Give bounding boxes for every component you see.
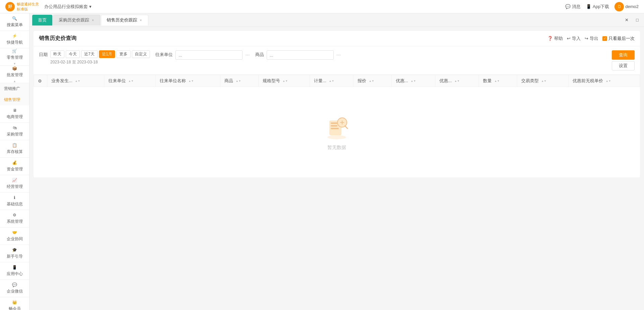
th-unit[interactable]: 计量... ▲▼ <box>310 75 354 87</box>
th-partner-code[interactable]: 往来单位 ▲▼ <box>104 75 155 87</box>
partner-label: 往来单位 <box>155 50 173 58</box>
tab-bar-actions: ✕ □ <box>623 16 641 24</box>
only-last-checkbox-label[interactable]: ✓ 只看最后一次 <box>602 36 635 42</box>
help-btn[interactable]: ❓ 帮助 <box>547 36 563 42</box>
sidebar-item-quick-nav[interactable]: ⚡ 快捷导航 <box>0 31 29 48</box>
tab-purchase-history-close[interactable]: × <box>91 18 95 23</box>
logo-text: 畅捷通好生意 标准版 <box>17 2 39 11</box>
goods-label: 商品 <box>255 50 264 58</box>
table-header-row: ⚙ 业务发生... ▲▼ 往来单位 ▲▼ <box>34 75 640 87</box>
sort-icon-biz-date: ▲▼ <box>75 80 80 83</box>
ops-icon: 📈 <box>12 178 17 183</box>
date-btn-1month[interactable]: 近1月 <box>99 50 115 58</box>
tab-home[interactable]: 首页 <box>32 15 52 25</box>
partner-more-icon[interactable]: ··· <box>245 52 250 58</box>
date-filter-group: 日期 昨天 今天 近7天 近1月 更多 自定义 2023-02-18 至 202… <box>39 50 150 65</box>
expand-icon: ▾ <box>14 62 15 65</box>
gear-icon[interactable]: ⚙ <box>38 79 42 84</box>
svg-rect-4 <box>331 128 339 129</box>
window-close-btn[interactable]: ✕ <box>623 16 631 24</box>
th-qty[interactable]: 数量 ▲▼ <box>479 75 517 87</box>
export-btn[interactable]: ↪ 导出 <box>585 36 598 42</box>
retail-icon: 🛒 <box>12 49 17 53</box>
sidebar-item-enterprise-agreement[interactable]: 🤝 企业协同 <box>0 227 29 245</box>
partner-input-group: ··· <box>175 50 250 60</box>
sidebar-item-purchase-mgmt[interactable]: 🛍 采购管理 <box>0 123 29 140</box>
goods-more-icon[interactable]: ··· <box>336 52 341 58</box>
wechat-icon: 💬 <box>12 282 17 287</box>
th-trade-type[interactable]: 交易类型 ▲▼ <box>517 75 568 87</box>
sort-icon-goods: ▲▼ <box>236 80 241 83</box>
sidebar-item-system-mgmt[interactable]: ⚙ 系统管理 <box>0 210 29 227</box>
th-goods[interactable]: 商品 ▲▼ <box>220 75 259 87</box>
header-right: 💬 消息 📱 App下载 D demo2 <box>565 2 639 11</box>
th-discount1[interactable]: 优惠... ▲▼ <box>391 75 435 87</box>
search-icon: 🔍 <box>12 16 17 21</box>
th-quote[interactable]: 报价 ▲▼ <box>354 75 392 87</box>
app-selector[interactable]: 办公用品行业模拟账套 ▾ <box>42 2 94 11</box>
settings-button[interactable]: 设置 <box>612 61 635 70</box>
chevron-down-icon: ▾ <box>89 4 92 9</box>
tab-sales-history-close[interactable]: × <box>139 18 143 23</box>
svg-line-8 <box>345 126 347 128</box>
date-btn-custom[interactable]: 自定义 <box>132 50 150 58</box>
date-btn-row: 昨天 今天 近7天 近1月 更多 自定义 <box>50 50 150 58</box>
sidebar-item-wholesale-mgmt[interactable]: 📦 批发管理 ▴ <box>0 66 29 83</box>
basic-info-icon: ℹ <box>14 195 15 200</box>
sidebar-item-search-menu[interactable]: 🔍 搜索菜单 <box>0 13 29 31</box>
date-btn-more[interactable]: 更多 <box>116 50 130 58</box>
th-biz-date[interactable]: 业务发生... ▲▼ <box>47 75 104 87</box>
sidebar-item-basic-info[interactable]: ℹ 基础信息 <box>0 193 29 210</box>
guide-icon: 🎓 <box>12 248 17 252</box>
import-icon: ↩ <box>567 36 571 41</box>
sort-icon-unit: ▲▼ <box>329 80 334 83</box>
empty-illustration <box>323 114 350 141</box>
sidebar-item-inventory[interactable]: 📋 库存核算 <box>0 140 29 158</box>
sidebar-item-enterprise-wechat[interactable]: 💬 企业微信 <box>0 280 29 297</box>
svg-rect-3 <box>331 125 337 126</box>
query-button[interactable]: 查询 <box>612 50 635 60</box>
date-label: 日期 <box>39 50 48 58</box>
sort-icon-spec: ▲▼ <box>282 80 288 83</box>
sidebar-item-retail-mgmt[interactable]: 🛒 零售管理 ▾ <box>0 48 29 66</box>
avatar: D <box>614 2 624 11</box>
tab-sales-history[interactable]: 销售历史价跟踪 × <box>101 15 148 25</box>
sidebar-item-app-center[interactable]: 📱 应用中心 <box>0 262 29 280</box>
import-btn[interactable]: ↩ 导入 <box>567 36 581 42</box>
sidebar-item-finance-mgmt[interactable]: 💰 资金管理 <box>0 158 29 175</box>
user-profile-btn[interactable]: D demo2 <box>614 2 639 11</box>
partner-input[interactable] <box>175 50 243 60</box>
th-partner-name[interactable]: 往来单位名称 ▲▼ <box>156 75 220 87</box>
date-btn-today[interactable]: 今天 <box>66 50 80 58</box>
tab-bar: 首页 采购历史价跟踪 × 销售历史价跟踪 × ✕ □ <box>30 13 644 27</box>
th-settings: ⚙ <box>34 75 47 87</box>
sidebar-item-member[interactable]: 👑 畅会员 <box>0 297 29 310</box>
sidebar-item-ecommerce-mgmt[interactable]: 🖥 电商管理 <box>0 105 29 123</box>
page-content: 销售历史价查询 ❓ 帮助 ↩ 导入 ↪ 导出 <box>30 27 644 310</box>
sidebar-sub-item-sales-mgmt[interactable]: 销售管理 <box>0 94 29 105</box>
sidebar-sub-item-marketing[interactable]: 营销推广 <box>0 83 29 94</box>
empty-state: 暂无数据 <box>34 87 640 177</box>
th-discount2[interactable]: 优惠... ▲▼ <box>435 75 479 87</box>
goods-input[interactable] <box>267 50 334 60</box>
date-btn-7days[interactable]: 近7天 <box>81 50 98 58</box>
page-header: 销售历史价查询 ❓ 帮助 ↩ 导入 ↪ 导出 <box>34 31 640 46</box>
inventory-icon: 📋 <box>12 143 17 148</box>
logo-area: 好 畅捷通好生意 标准版 <box>5 2 39 11</box>
date-btn-yesterday[interactable]: 昨天 <box>50 50 64 58</box>
sidebar-item-new-guide[interactable]: 🎓 新手引导 <box>0 245 29 262</box>
window-max-btn[interactable]: □ <box>633 16 641 24</box>
th-spec[interactable]: 规格型号 ▲▼ <box>258 75 310 87</box>
th-pretax-price[interactable]: 优惠前无税单价 ▲▼ <box>569 75 640 87</box>
filter-area: 日期 昨天 今天 近7天 近1月 更多 自定义 2023-02-18 至 202… <box>34 46 640 75</box>
data-table: ⚙ 业务发生... ▲▼ 往来单位 ▲▼ <box>34 75 640 87</box>
top-header: 好 畅捷通好生意 标准版 办公用品行业模拟账套 ▾ 💬 消息 📱 App下载 D… <box>0 0 644 13</box>
sidebar-item-ops-mgmt[interactable]: 📈 经营管理 <box>0 175 29 193</box>
collapse-icon: ▴ <box>14 79 15 83</box>
sort-icon-partner-code: ▲▼ <box>128 80 133 83</box>
finance-icon: 💰 <box>12 160 17 165</box>
app-download-btn[interactable]: 📱 App下载 <box>586 4 609 10</box>
sort-icon-discount1: ▲▼ <box>411 80 416 83</box>
message-btn[interactable]: 💬 消息 <box>565 4 581 10</box>
tab-purchase-history[interactable]: 采购历史价跟踪 × <box>53 15 100 25</box>
